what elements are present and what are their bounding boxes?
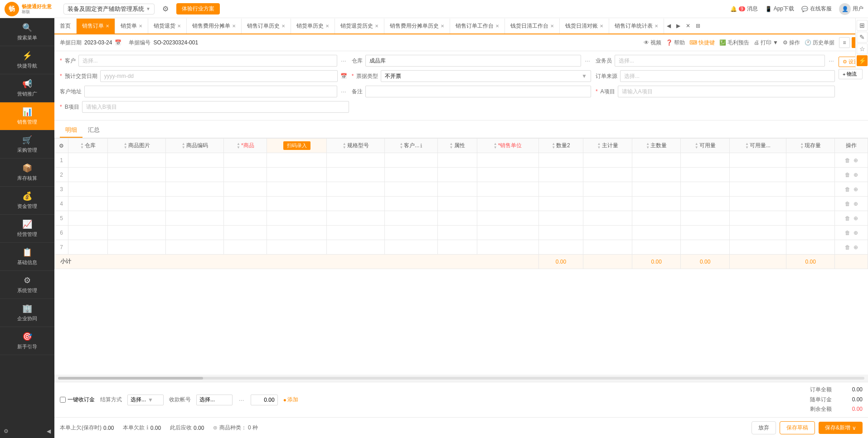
- row-product-7[interactable]: [224, 240, 267, 255]
- scan-button[interactable]: 扫码录入: [283, 141, 310, 150]
- row-available2-4[interactable]: [730, 197, 786, 211]
- customer-expand-icon[interactable]: ···: [340, 57, 347, 64]
- row-product-3[interactable]: [224, 182, 267, 197]
- row-available2-5[interactable]: [730, 211, 786, 226]
- row-warehouse-2[interactable]: [68, 168, 108, 182]
- tab-cash-reconcile-close[interactable]: ✕: [600, 24, 603, 29]
- tab-sales-order-close[interactable]: ✕: [106, 24, 109, 29]
- tab-sales-order-history[interactable]: 销售订单历史 ✕: [242, 19, 291, 34]
- row-image-7[interactable]: [108, 240, 166, 255]
- add-logistics-button[interactable]: + 物流: [839, 69, 863, 79]
- row-sales-unit-7[interactable]: [477, 240, 538, 255]
- row-product-5[interactable]: [224, 211, 267, 226]
- row-sales-unit-3[interactable]: [477, 182, 538, 197]
- row-delete-icon-7[interactable]: 🗑: [845, 244, 850, 250]
- row-stock-2[interactable]: [786, 168, 835, 182]
- row-available-7[interactable]: [681, 240, 730, 255]
- row-main-qty-7[interactable]: [632, 240, 681, 255]
- row-spec-3[interactable]: [327, 182, 385, 197]
- th-warehouse[interactable]: ▲▼ 仓库: [68, 139, 108, 153]
- row-code-6[interactable]: [166, 226, 224, 240]
- tab-home[interactable]: 首页: [54, 19, 77, 34]
- row-delete-icon-2[interactable]: 🗑: [845, 172, 850, 178]
- row-image-6[interactable]: [108, 226, 166, 240]
- row-sales-unit-5[interactable]: [477, 211, 538, 226]
- row-available-3[interactable]: [681, 182, 730, 197]
- row-available2-2[interactable]: [730, 168, 786, 182]
- tab-sales-goods-return[interactable]: 销货退货 ✕: [148, 19, 187, 34]
- tab-cash-day-clear-close[interactable]: ✕: [550, 24, 554, 29]
- sidebar-item-operations[interactable]: 📈 经营管理: [0, 215, 54, 243]
- row-product-2[interactable]: [224, 168, 267, 182]
- operations-link[interactable]: ⚙ 操作: [783, 39, 800, 47]
- tab-order-workbench-close[interactable]: ✕: [495, 24, 499, 29]
- row-stock-5[interactable]: [786, 211, 835, 226]
- row-image-3[interactable]: [108, 182, 166, 197]
- row-available-4[interactable]: [681, 197, 730, 211]
- row-copy-icon-6[interactable]: ⊕: [853, 230, 858, 236]
- row-customer-code-1[interactable]: [385, 153, 437, 168]
- salesperson-expand-icon[interactable]: ···: [828, 57, 835, 64]
- row-image-4[interactable]: [108, 197, 166, 211]
- th-spec[interactable]: ▲▼ 规格型号: [327, 139, 385, 153]
- row-stock-4[interactable]: [786, 197, 835, 211]
- right-star-btn[interactable]: ☆: [857, 43, 868, 54]
- row-main-unit-1[interactable]: [583, 153, 632, 168]
- right-expand-btn[interactable]: ⊞: [857, 20, 868, 31]
- date-calendar-icon[interactable]: 📅: [115, 39, 121, 46]
- th-customer-code[interactable]: ▲▼ 客户... ℹ: [385, 139, 437, 153]
- row-main-qty-4[interactable]: [632, 197, 681, 211]
- delivery-date-input[interactable]: yyyy-mm-dd: [100, 70, 338, 82]
- th-product[interactable]: ▲▼ *商品: [224, 139, 267, 153]
- tab-sales-return[interactable]: 销货单 ✕: [115, 19, 148, 34]
- tab-cash-reconcile[interactable]: 钱货日清对账 ✕: [560, 19, 609, 34]
- customer-input[interactable]: 选择...: [78, 55, 337, 67]
- row-qty2-7[interactable]: [538, 240, 583, 255]
- th-settings[interactable]: ⚙: [55, 139, 68, 153]
- row-main-qty-1[interactable]: [632, 153, 681, 168]
- row-attributes-3[interactable]: [437, 182, 477, 197]
- row-delete-icon-4[interactable]: 🗑: [845, 201, 850, 207]
- salesperson-input[interactable]: 选择...: [615, 55, 825, 67]
- row-product-6[interactable]: [224, 226, 267, 240]
- row-attributes-6[interactable]: [437, 226, 477, 240]
- row-product-1[interactable]: [224, 153, 267, 168]
- customer-address-expand-icon[interactable]: ···: [340, 88, 347, 95]
- th-sales-unit[interactable]: ▲▼ *销售单位: [477, 139, 538, 153]
- delivery-date-calendar-icon[interactable]: 📅: [340, 73, 347, 79]
- row-delete-icon-3[interactable]: 🗑: [845, 186, 850, 193]
- add-settlement-button[interactable]: ● 添加: [283, 396, 298, 404]
- tab-next-btn[interactable]: ▶: [674, 19, 683, 33]
- user-item[interactable]: 👤 用户: [839, 3, 863, 15]
- tab-detail[interactable]: 明细: [60, 124, 82, 138]
- payment-method-select[interactable]: 选择... ▼: [127, 395, 164, 405]
- account-expand-icon[interactable]: ···: [238, 396, 245, 404]
- account-select[interactable]: 选择...: [196, 395, 233, 405]
- sidebar-item-sales[interactable]: 📊 销售管理: [0, 102, 54, 130]
- th-available2[interactable]: ▲▼ 可用量...: [730, 139, 786, 153]
- history-link[interactable]: 🕐 历史单据: [805, 39, 834, 47]
- tab-sales-return-history[interactable]: 销货单历史 ✕: [291, 19, 335, 34]
- tab-sales-fee-split[interactable]: 销售费用分摊单 ✕: [187, 19, 242, 34]
- row-delete-icon-6[interactable]: 🗑: [845, 230, 850, 236]
- trial-button[interactable]: 体验行业方案: [176, 3, 220, 14]
- row-available2-6[interactable]: [730, 226, 786, 240]
- row-copy-icon-7[interactable]: ⊕: [853, 244, 858, 250]
- row-attributes-5[interactable]: [437, 211, 477, 226]
- row-sales-unit-4[interactable]: [477, 197, 538, 211]
- row-code-3[interactable]: [166, 182, 224, 197]
- row-main-unit-5[interactable]: [583, 211, 632, 226]
- row-customer-code-7[interactable]: [385, 240, 437, 255]
- row-stock-3[interactable]: [786, 182, 835, 197]
- row-main-qty-2[interactable]: [632, 168, 681, 182]
- tab-sales-return-history-close[interactable]: ✕: [325, 24, 329, 29]
- row-main-qty-5[interactable]: [632, 211, 681, 226]
- sidebar-item-finance[interactable]: 💰 资金管理: [0, 187, 54, 215]
- row-copy-icon-5[interactable]: ⊕: [853, 215, 858, 221]
- settings-icon[interactable]: ⚙: [159, 3, 172, 15]
- row-copy-icon-2[interactable]: ⊕: [853, 172, 858, 178]
- row-stock-1[interactable]: [786, 153, 835, 168]
- row-delete-icon-5[interactable]: 🗑: [845, 215, 850, 221]
- row-customer-code-5[interactable]: [385, 211, 437, 226]
- note-input[interactable]: [365, 86, 591, 97]
